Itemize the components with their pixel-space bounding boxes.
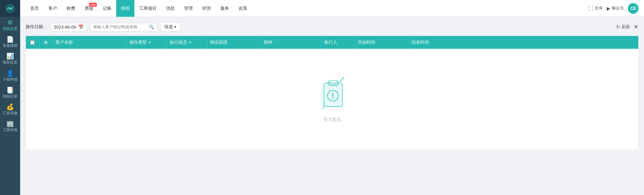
- member-button[interactable]: ▶ 畅会员: [607, 5, 624, 11]
- sidebar-item-label: 汇算清缴: [3, 111, 17, 115]
- svg-rect-6: [330, 80, 337, 83]
- select-all-checkbox[interactable]: [30, 40, 35, 45]
- svg-point-1: [9, 7, 11, 9]
- sidebar-item-baoshui-jilu[interactable]: 📑 报税记录: [0, 84, 20, 101]
- main-area: 首页 客户 收费 票据 new 记账 报税 工商项目 消息 管理 经营: [20, 0, 644, 195]
- baoshui-shezhi-icon: ⚙: [7, 20, 13, 26]
- chevron-down-icon: ▾: [174, 25, 176, 29]
- date-label: 操作日期：: [26, 24, 47, 30]
- date-value: 2023-06-06: [54, 25, 76, 30]
- gongshang-nianbao-icon: 🏢: [6, 121, 14, 127]
- sidebar-item-baoshui-shezhi[interactable]: ⚙ 报税设置: [0, 17, 20, 34]
- empty-text: 暂无数据: [324, 117, 341, 123]
- sort-icon-op-type: ▼: [148, 41, 152, 44]
- toolbar: 操作日期： 2023-06-06 📅 🔍 筛选 ▾ ↻ 刷新 ✕: [26, 22, 639, 32]
- nav-guanli[interactable]: 管理: [179, 0, 198, 17]
- search-box[interactable]: 🔍: [90, 23, 157, 31]
- sidebar-item-baoshui-zonglan[interactable]: 📊 报税总览: [0, 50, 20, 67]
- nav-client[interactable]: 客户: [44, 0, 62, 17]
- sort-icon-exec-status: ▼: [188, 41, 192, 44]
- nav-baoshui[interactable]: 报税: [116, 0, 134, 17]
- search-icon: 🔍: [149, 25, 154, 30]
- close-button[interactable]: ✕: [634, 24, 639, 30]
- geshui-shenbao-icon: 👤: [6, 70, 14, 76]
- sidebar-item-label: 报税设置: [3, 27, 17, 31]
- data-table: ⚙ 客户名称 操作类型 ▼ 执行状态 ▼ 错误原因 税种: [26, 36, 639, 150]
- svg-marker-11: [321, 108, 324, 109]
- sidebar: ⚙ 报税设置 📄 批量报税 📊 报税总览 👤 个税申报 📑 报税记录 💰 汇算清…: [0, 0, 20, 195]
- th-client-name: 客户名称: [53, 36, 127, 49]
- nav-home[interactable]: 首页: [26, 0, 44, 17]
- search-input[interactable]: [93, 25, 147, 29]
- huisuan-jiaona-icon: 💰: [6, 104, 14, 110]
- th-end-time: 结束时间: [409, 36, 449, 49]
- sidebar-item-geshui-shenbao[interactable]: 👤 个税申报: [0, 68, 20, 84]
- refresh-button[interactable]: ↻ 刷新: [616, 24, 630, 30]
- th-tax-type: 税种: [261, 36, 321, 49]
- member-icon: ▶: [607, 6, 610, 11]
- avatar[interactable]: CE: [628, 3, 639, 14]
- table-header: ⚙ 客户名称 操作类型 ▼ 执行状态 ▼ 错误原因 税种: [26, 36, 638, 49]
- filter-label: 筛选: [164, 24, 173, 30]
- settings-icon: ⚙: [44, 40, 48, 45]
- nav-fuwu[interactable]: 服务: [216, 0, 234, 17]
- nav-piaoju[interactable]: 票据 new: [80, 0, 98, 17]
- sidebar-item-label: 工商年报: [3, 128, 17, 132]
- sidebar-item-label: 报税总览: [3, 60, 17, 65]
- empty-illustration: [315, 76, 349, 113]
- nav-jingying[interactable]: 经营: [198, 0, 216, 17]
- sidebar-item-label: 批量报税: [3, 43, 17, 48]
- date-picker[interactable]: 2023-06-06 📅: [51, 23, 87, 31]
- th-checkbox[interactable]: [26, 36, 39, 49]
- nav-xiaoxi[interactable]: 消息: [161, 0, 179, 17]
- nav-shezhi[interactable]: 设置: [234, 0, 252, 17]
- toolbar-right: ↻ 刷新 ✕: [616, 24, 639, 30]
- refresh-icon: ↻: [616, 24, 620, 30]
- svg-line-2: [341, 77, 344, 81]
- sidebar-item-label: 个税申报: [3, 77, 17, 82]
- th-start-time: 开始时间: [355, 36, 409, 49]
- baoshui-zonglan-icon: 📊: [6, 53, 14, 59]
- fullscreen-button[interactable]: ⛶ 全屏: [589, 5, 603, 11]
- nav-gongshang[interactable]: 工商项目: [134, 0, 161, 17]
- piliang-baoshui-icon: 📄: [6, 36, 14, 42]
- svg-line-3: [340, 81, 341, 82]
- fullscreen-icon: ⛶: [589, 6, 593, 11]
- table-body-empty: 暂无数据: [26, 49, 638, 150]
- th-op-type[interactable]: 操作类型 ▼: [127, 36, 167, 49]
- baoshui-jilu-icon: 📑: [6, 87, 14, 93]
- content-area: 操作日期： 2023-06-06 📅 🔍 筛选 ▾ ↻ 刷新 ✕: [20, 17, 644, 195]
- th-executor: 执行人: [321, 36, 355, 49]
- sidebar-item-label: 报税记录: [3, 94, 17, 99]
- sidebar-item-huisuan-jiaona[interactable]: 💰 汇算清缴: [0, 101, 20, 118]
- th-exec-status[interactable]: 执行状态 ▼: [167, 36, 207, 49]
- th-settings[interactable]: ⚙: [39, 36, 53, 49]
- nav-shoufei[interactable]: 收费: [62, 0, 80, 17]
- new-badge: new: [89, 3, 97, 7]
- sidebar-item-gongshang-nianbao[interactable]: 🏢 工商年报: [0, 118, 20, 135]
- nav-jizhang[interactable]: 记账: [98, 0, 116, 17]
- sidebar-logo: [0, 0, 20, 17]
- svg-point-9: [332, 98, 334, 99]
- topnav: 首页 客户 收费 票据 new 记账 报税 工商项目 消息 管理 经营: [20, 0, 644, 17]
- sidebar-item-piliang-baoshui[interactable]: 📄 批量报税: [0, 34, 20, 50]
- filter-button[interactable]: 筛选 ▾: [161, 22, 180, 32]
- calendar-icon: 📅: [78, 25, 84, 30]
- topnav-right: ⛶ 全屏 ▶ 畅会员 CE: [589, 3, 639, 14]
- th-error-reason: 错误原因: [207, 36, 261, 49]
